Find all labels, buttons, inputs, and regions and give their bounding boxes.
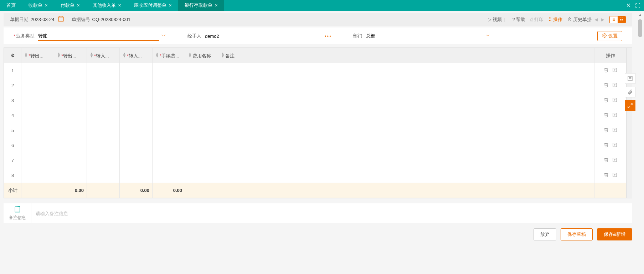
- biz-type-label: 业务类型: [16, 33, 35, 39]
- close-icon[interactable]: ✕: [118, 3, 121, 8]
- remark-block: 备注信息: [4, 203, 632, 223]
- subtotal-row: 小计 0.00 0.00 0.00: [4, 183, 627, 198]
- row-index: 6: [4, 138, 21, 153]
- row-index: 2: [4, 78, 21, 93]
- table-row[interactable]: 1: [4, 63, 627, 78]
- add-row-icon[interactable]: [612, 142, 617, 148]
- delete-row-icon[interactable]: [604, 127, 609, 133]
- delete-row-icon[interactable]: [604, 67, 609, 73]
- delete-row-icon[interactable]: [604, 142, 609, 148]
- dock-sketch-icon[interactable]: [625, 73, 635, 84]
- add-row-icon[interactable]: [612, 82, 617, 88]
- side-dock: [625, 73, 635, 111]
- add-row-icon[interactable]: [612, 112, 617, 118]
- operate-action[interactable]: ⠿ 操作: [548, 16, 562, 23]
- mode-list-icon[interactable]: ≡: [610, 16, 618, 23]
- tabbar-actions: ✕ ⛶: [626, 0, 640, 11]
- history-action[interactable]: ⏱ 历史单据: [567, 16, 592, 23]
- row-index: 4: [4, 108, 21, 123]
- discard-button[interactable]: 放弃: [534, 228, 556, 240]
- add-row-icon[interactable]: [612, 67, 617, 73]
- view-mode-toggle[interactable]: ≡ ☷: [609, 16, 626, 23]
- subtotal-out-amt: 0.00: [54, 183, 87, 198]
- table-row[interactable]: 8: [4, 168, 627, 183]
- fullscreen-icon[interactable]: ⛶: [635, 2, 640, 9]
- biz-type-input[interactable]: [38, 31, 159, 41]
- col-notes[interactable]: ▲▼备注: [218, 48, 594, 63]
- calendar-icon[interactable]: [58, 16, 64, 23]
- dept-input[interactable]: [366, 31, 484, 41]
- table-row[interactable]: 2: [4, 78, 627, 93]
- form-row: * 业务类型 ﹀ 经手人 ••• 部门 ﹀ 设置: [4, 27, 632, 44]
- table-row[interactable]: 7: [4, 153, 627, 168]
- scroll-thumb[interactable]: [638, 19, 642, 37]
- col-out-account[interactable]: ▲▼*转出...: [21, 48, 54, 63]
- page-content: 单据日期 2023-03-24 单据编号 CQ-20230324-001 ▷ 视…: [0, 11, 636, 274]
- close-icon[interactable]: ✕: [45, 3, 48, 8]
- add-row-icon[interactable]: [612, 127, 617, 133]
- table-row[interactable]: 4: [4, 108, 627, 123]
- add-row-icon[interactable]: [612, 172, 617, 178]
- col-fee-name[interactable]: ▲▼费用名称: [185, 48, 218, 63]
- tab-payment[interactable]: 付款单✕: [54, 0, 86, 11]
- svg-rect-29: [15, 207, 20, 212]
- add-row-icon[interactable]: [612, 157, 617, 163]
- svg-line-37: [630, 103, 632, 105]
- video-action[interactable]: ▷ 视频: [488, 16, 502, 23]
- close-icon[interactable]: ✕: [77, 3, 80, 8]
- tab-other-income[interactable]: 其他收入单✕: [86, 0, 128, 11]
- date-label: 单据日期: [10, 16, 29, 23]
- save-draft-button[interactable]: 保存草稿: [561, 228, 593, 240]
- close-icon[interactable]: ✕: [215, 3, 218, 8]
- print-action: ⎙ 打印: [530, 16, 543, 23]
- prev-doc-icon[interactable]: ◀: [594, 17, 598, 22]
- gear-column-icon[interactable]: ⚙: [4, 48, 21, 63]
- col-fee[interactable]: ▲▼*手续费...: [153, 48, 185, 63]
- next-doc-icon[interactable]: ▶: [601, 17, 604, 22]
- table-row[interactable]: 3: [4, 93, 627, 108]
- chevron-down-icon[interactable]: ﹀: [161, 33, 166, 39]
- col-out-amount[interactable]: ▲▼*转出...: [54, 48, 87, 63]
- handler-label: 经手人: [187, 33, 201, 39]
- delete-row-icon[interactable]: [604, 157, 609, 163]
- date-value[interactable]: 2023-03-24: [31, 17, 55, 22]
- ellipsis-icon[interactable]: •••: [325, 34, 332, 39]
- save-new-button[interactable]: 保存&新增: [597, 228, 632, 240]
- delete-row-icon[interactable]: [604, 97, 609, 103]
- chevron-down-icon[interactable]: ﹀: [486, 33, 490, 39]
- table-row[interactable]: 6: [4, 138, 627, 153]
- detail-table: ⚙ ▲▼*转出... ▲▼*转出... ▲▼*转入... ▲▼*转入... ▲▼…: [4, 47, 632, 198]
- remark-input[interactable]: [31, 203, 632, 223]
- tab-home[interactable]: 首页: [0, 0, 22, 11]
- page-scrollbar[interactable]: ▴: [636, 11, 644, 274]
- tab-arap-adjust[interactable]: 应收应付调整单✕: [128, 0, 178, 11]
- add-row-icon[interactable]: [612, 97, 617, 103]
- mode-form-icon[interactable]: ☷: [618, 16, 625, 23]
- table-scrollbar[interactable]: [627, 48, 632, 198]
- close-icon[interactable]: ✕: [169, 3, 172, 8]
- scroll-up-icon[interactable]: ▴: [636, 11, 644, 18]
- header-bar: 单据日期 2023-03-24 单据编号 CQ-20230324-001 ▷ 视…: [4, 13, 632, 26]
- biz-type-field: * 业务类型 ﹀: [14, 31, 166, 41]
- row-index: 3: [4, 93, 21, 108]
- dock-expand-icon[interactable]: [625, 100, 635, 111]
- delete-row-icon[interactable]: [604, 112, 609, 118]
- settings-button[interactable]: 设置: [597, 31, 622, 41]
- delete-row-icon[interactable]: [604, 172, 609, 178]
- col-in-account[interactable]: ▲▼*转入...: [87, 48, 120, 63]
- row-index: 7: [4, 153, 21, 168]
- tab-label: 应收应付调整单: [134, 2, 166, 9]
- subtotal-label: 小计: [4, 183, 21, 198]
- table-row[interactable]: 5: [4, 123, 627, 138]
- handler-input[interactable]: [205, 31, 323, 41]
- tab-label: 付款单: [61, 2, 74, 9]
- delete-row-icon[interactable]: [604, 82, 609, 88]
- tab-receipt[interactable]: 收款单✕: [22, 0, 54, 11]
- dock-attachment-icon[interactable]: [625, 87, 635, 97]
- help-action[interactable]: ? 帮助: [512, 16, 525, 23]
- footer-actions: 放弃 保存草稿 保存&新增: [4, 228, 632, 243]
- col-in-amount[interactable]: ▲▼*转入...: [120, 48, 153, 63]
- tab-bank-transfer[interactable]: 银行存取款单✕: [178, 0, 224, 11]
- tab-label: 银行存取款单: [185, 2, 212, 9]
- close-window-icon[interactable]: ✕: [626, 2, 631, 9]
